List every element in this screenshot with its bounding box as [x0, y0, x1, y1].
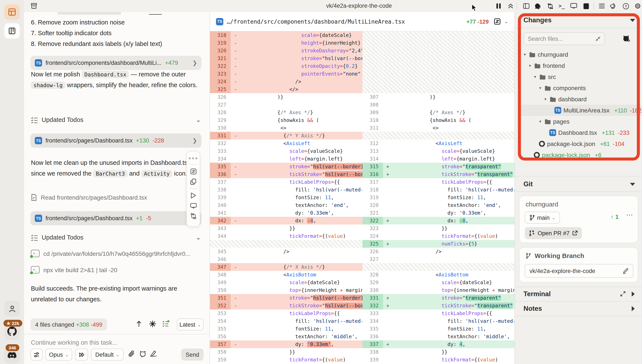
diff-row: 345/>326/> [210, 248, 514, 256]
file-chip-dashboard-2[interactable]: TS frontend/src/pages/Dashboard.tsx +1 -… [31, 211, 201, 225]
cat-icon[interactable] [139, 350, 147, 357]
tree-caret-icon[interactable]: ▾ [523, 52, 527, 57]
archive-icon[interactable] [30, 2, 38, 10]
search-files-box[interactable]: Search files... [523, 32, 605, 45]
updated-todos-row[interactable]: Updated Todos ⌄ [31, 116, 201, 123]
changes-section-title: Changes [523, 16, 552, 24]
chevron-down-icon[interactable]: ⌄ [504, 18, 508, 24]
tree-folder-pages[interactable]: ▾pages [519, 116, 642, 127]
tree-file-package-lock.json[interactable]: package-lock.json+6 [519, 150, 642, 160]
branch-dropdown[interactable]: main ⌄ [525, 212, 560, 224]
monitor-icon[interactable] [570, 2, 577, 10]
diff-rows[interactable]: 318-scale={dateScale}319-height={innerHe… [210, 31, 514, 364]
git-compare-icon[interactable] [190, 212, 197, 220]
topbar: vk/4e2a-explore-the-code >_ [24, 0, 642, 12]
collapse-triangle-icon[interactable] [630, 183, 635, 186]
expand-icon[interactable] [620, 291, 626, 296]
ahead-count: ↑ 1 [611, 213, 618, 220]
file-chip-multilinearea[interactable]: TS frontend/src/components/dashboard/Mul… [31, 56, 201, 70]
send-button[interactable]: Send [181, 348, 204, 360]
diff-row: 357-dy: '0.33em',337+dy: 4, [210, 340, 514, 348]
collapse-triangle-icon[interactable] [630, 19, 635, 22]
fast-forward-button[interactable] [75, 348, 88, 360]
burst-icon[interactable] [149, 320, 156, 328]
model-dropdown[interactable]: Opus ⌄ [46, 348, 72, 360]
diff-line: 346 [210, 256, 362, 263]
files-changed-pill[interactable]: 4 files changed +308 -499 [31, 318, 107, 330]
tree-folder-frontend[interactable]: ▾frontend [519, 60, 642, 71]
updated-todos-label: Updated Todos [42, 116, 84, 123]
scroll-up-icon[interactable] [136, 320, 142, 328]
diff-filler-cell [362, 62, 514, 70]
tree-folder-dashboard[interactable]: ▾dashboard [519, 94, 642, 105]
open-pr-button[interactable]: Open PR #7 [525, 227, 582, 239]
megaphone-icon[interactable] [609, 2, 617, 10]
diff-filler-cell [362, 31, 514, 39]
tree-folder-churnguard[interactable]: ▾churnguard [519, 49, 642, 60]
signature-pen-icon[interactable] [150, 350, 157, 357]
account-button[interactable] [4, 301, 20, 316]
collapse-icon[interactable] [595, 36, 601, 42]
diff-line: 359tickFormat={(value) [210, 356, 362, 364]
panel-left-icon[interactable] [522, 2, 530, 10]
tree-caret-icon[interactable]: ▾ [543, 97, 547, 101]
updated-todos-row[interactable]: Updated Todos ⌄ [31, 234, 201, 241]
tree-folder-src[interactable]: ▾src [519, 71, 642, 82]
tree-caret-icon[interactable]: ▾ [528, 64, 532, 68]
mini-sidebar: ★ 22k 346 [0, 0, 25, 364]
inline-code: BarChart3 [93, 170, 127, 177]
changes-file-tree[interactable]: ▾churnguard▾frontend▾src▾components▾dash… [519, 49, 642, 160]
cat-icon[interactable] [621, 34, 631, 43]
more-menu-icon[interactable]: ⋯ [626, 211, 633, 219]
diff-row: 330<>311<> [210, 124, 514, 132]
tree-file-Dashboard.tsx[interactable]: TSDashboard.tsx+131-233 [519, 127, 642, 138]
tree-caret-icon[interactable]: ▾ [538, 119, 542, 124]
drag-handle-icon[interactable]: ●●● [188, 154, 198, 162]
diff-row: 349scale={dateScale}329scale={dateScale} [210, 278, 514, 286]
message-input[interactable]: Continue working on this task... [31, 339, 118, 346]
chat-bubble-icon[interactable] [533, 2, 541, 10]
tree-file-package-lock.json[interactable]: package-lock.json+61-104 [519, 138, 642, 150]
read-file-row[interactable]: Read frontend/src/pages/Dashboard.tsx [31, 194, 201, 201]
menu-icon[interactable] [598, 2, 605, 10]
diff-mode-icon[interactable] [494, 18, 501, 25]
version-dropdown[interactable]: Latest ⌄ [177, 318, 204, 330]
diff-line: 339fontSize: 11, [210, 194, 362, 201]
monitor-icon[interactable] [190, 202, 197, 210]
help-icon[interactable]: ? [622, 2, 629, 10]
diff-view-icon[interactable] [190, 168, 197, 175]
notes-section-header[interactable]: Notes [515, 301, 642, 316]
attach-icon[interactable] [128, 350, 135, 358]
terminal-section-header[interactable]: Terminal [515, 287, 642, 301]
collapse-up-icon[interactable] [507, 2, 514, 10]
pencil-icon[interactable] [623, 268, 629, 274]
copy-icon[interactable] [190, 178, 196, 186]
tree-folder-components[interactable]: ▾components [519, 82, 642, 94]
terminal-icon[interactable]: >_ [558, 2, 565, 10]
section-divider [515, 316, 642, 316]
workspace-kanban-button[interactable] [4, 23, 20, 39]
panel-right-icon[interactable] [582, 2, 590, 10]
additions-count: +6 [595, 152, 601, 158]
expand-triangle-icon[interactable] [632, 306, 635, 311]
tree-caret-icon[interactable]: ▾ [538, 86, 542, 90]
diff-line: 332+tickStroke="transparent" [362, 302, 514, 310]
diff-line: 330<> [210, 124, 362, 132]
mode-dropdown[interactable]: Default ⌄ [91, 348, 124, 360]
file-chip-dashboard[interactable]: TS frontend/src/pages/Dashboard.tsx +130… [31, 134, 201, 148]
expand-triangle-icon[interactable] [632, 292, 635, 296]
terminal-command-row[interactable]: >_ npx vite build 2>&1 | tail -20 [31, 266, 201, 274]
diff-panel: TS …/frontend/src/components/dashboard/M… [210, 12, 514, 364]
diff-line: 309{/* Axes */} [362, 108, 514, 116]
gear-icon[interactable] [634, 2, 641, 10]
tree-caret-icon[interactable]: ▾ [533, 75, 537, 79]
workspace-layout-button[interactable] [4, 4, 20, 20]
terminal-command-row[interactable]: >_ cd /private/var/folders/10/h7w0q46556… [31, 250, 201, 257]
pause-icon[interactable] [495, 2, 502, 10]
git-compare-icon[interactable] [546, 2, 554, 10]
play-icon[interactable] [191, 192, 196, 199]
todos-status-icon[interactable] [162, 320, 170, 327]
settings-sliders-button[interactable] [31, 348, 43, 360]
tree-file-MultiLineArea.tsx[interactable]: TSMultiLineArea.tsx+110-162 [519, 105, 642, 116]
working-branch-input[interactable]: vk/4e2a-explore-the-code [525, 264, 633, 278]
